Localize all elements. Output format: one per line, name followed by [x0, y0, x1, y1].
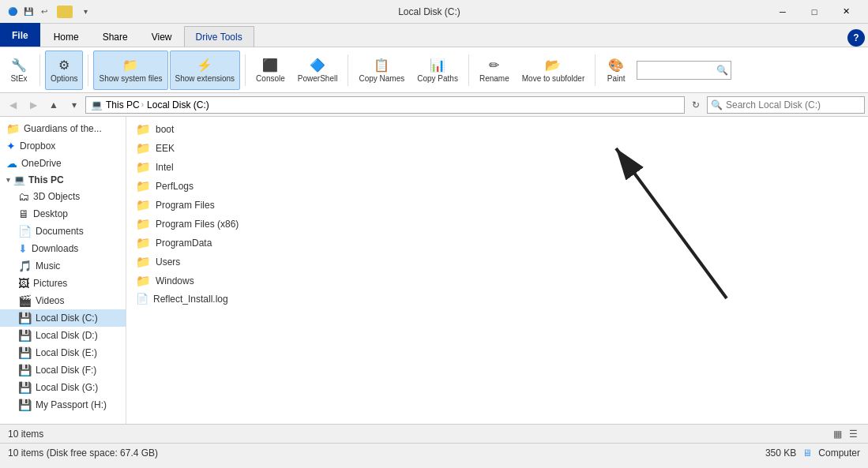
sidebar-item-onedrive[interactable]: ☁ OneDrive [0, 155, 126, 172]
sidebar-item-dropbox[interactable]: ✦ Dropbox [0, 137, 126, 155]
toolbar-divider-6 [595, 54, 596, 86]
sidebar-section-thispc[interactable]: ▾ 💻 This PC [0, 172, 126, 188]
undo-icon[interactable]: ↩ [38, 6, 51, 18]
file-item-programfiles-x86[interactable]: 📁 Program Files (x86) [126, 215, 868, 234]
file-name-perflogs: PerfLogs [156, 181, 194, 192]
sidebar-label-downloads: Downloads [32, 243, 78, 254]
sidebar-item-mypassport[interactable]: 💾 My Passport (H:) [0, 396, 126, 414]
file-item-intel[interactable]: 📁 Intel [126, 158, 868, 177]
maximize-button[interactable]: □ [798, 0, 830, 24]
3dobjects-icon: 🗂 [18, 190, 29, 203]
expand-arrow-thispc: ▾ [6, 176, 10, 184]
search-input[interactable] [726, 99, 861, 110]
back-button[interactable]: ◀ [3, 95, 22, 114]
save-icon[interactable]: 💾 [22, 6, 35, 18]
tab-share[interactable]: Share [91, 26, 140, 47]
file-item-eek[interactable]: 📁 EEK [126, 139, 868, 158]
rename-button[interactable]: ✏ Rename [474, 51, 515, 90]
close-button[interactable]: ✕ [830, 0, 862, 24]
view-details-button[interactable]: ▦ [830, 427, 844, 441]
sidebar-item-downloads[interactable]: ⬇ Downloads [0, 240, 126, 257]
file-item-perflogs[interactable]: 📁 PerfLogs [126, 177, 868, 196]
console-icon: ⬛ [262, 58, 278, 73]
dropdown-arrow-icon[interactable]: ▾ [79, 6, 92, 18]
copy-paths-button[interactable]: 📊 Copy Paths [411, 51, 464, 90]
sidebar-label-documents: Documents [36, 226, 84, 237]
sidebar-item-music[interactable]: 🎵 Music [0, 257, 126, 275]
forward-button[interactable]: ▶ [24, 95, 43, 114]
show-system-files-button[interactable]: 📁 Show system files [93, 51, 167, 90]
options-button[interactable]: ⚙ Options [45, 51, 83, 90]
file-item-users[interactable]: 📁 Users [126, 253, 868, 271]
show-system-icon: 📁 [122, 58, 138, 73]
sidebar-item-localdisk-f[interactable]: 💾 Local Disk (F:) [0, 361, 126, 379]
folder-icon-programdata: 📁 [136, 236, 151, 250]
file-name-reflect: Reflect_Install.log [153, 294, 228, 305]
console-button[interactable]: ⬛ Console [250, 51, 291, 90]
toolbar-search-icon: 🔍 [716, 65, 728, 76]
folder-icon-boot: 📁 [136, 122, 151, 137]
sidebar-item-3dobjects[interactable]: 🗂 3D Objects [0, 188, 126, 205]
sidebar-label-thispc: This PC [28, 174, 64, 185]
address-crumb-localdisk: Local Disk (C:) [147, 99, 209, 110]
file-item-windows[interactable]: 📁 Windows [126, 271, 868, 290]
powershell-button[interactable]: 🔷 PowerShell [292, 51, 344, 90]
sidebar-label-guardians: Guardians of the... [24, 123, 102, 134]
documents-icon: 📄 [18, 225, 32, 238]
file-item-programfiles[interactable]: 📁 Program Files [126, 196, 868, 215]
sidebar-item-videos[interactable]: 🎬 Videos [0, 292, 126, 309]
downloads-icon: ⬇ [18, 242, 28, 255]
sidebar-item-localdisk-d[interactable]: 💾 Local Disk (D:) [0, 327, 126, 344]
up-button[interactable]: ▲ [44, 95, 63, 114]
sidebar-item-localdisk-c[interactable]: 💾 Local Disk (C:) [0, 309, 126, 327]
rename-icon: ✏ [489, 58, 499, 73]
sidebar-label-onedrive: OneDrive [21, 158, 62, 169]
status-right-2: 350 KB 🖥 Computer [765, 447, 860, 459]
disk-info: 10 items (Disk free space: 67.4 GB) [8, 447, 158, 459]
file-item-reflect[interactable]: 📄 Reflect_Install.log [126, 290, 868, 307]
sidebar-item-pictures[interactable]: 🖼 Pictures [0, 275, 126, 292]
tab-manage[interactable]: Drive Tools [184, 26, 254, 47]
sidebar-label-videos: Videos [36, 295, 64, 306]
address-icon: 💻 [91, 99, 103, 110]
paint-button[interactable]: 🎨 Paint [600, 51, 632, 90]
tab-file[interactable]: File [0, 23, 40, 47]
address-crumb-thispc: This PC › [106, 99, 144, 110]
file-item-programdata[interactable]: 📁 ProgramData [126, 234, 868, 253]
search-box[interactable]: 🔍 [707, 96, 865, 114]
tab-home[interactable]: Home [42, 26, 91, 47]
sidebar: 📁 Guardians of the... ✦ Dropbox ☁ OneDri… [0, 117, 126, 424]
sidebar-item-guardians[interactable]: 📁 Guardians of the... [0, 120, 126, 137]
move-to-subfolder-button[interactable]: 📂 Move to subfolder [517, 51, 591, 90]
show-ext-icon: ⚡ [197, 58, 212, 73]
computer-label: Computer [818, 447, 860, 459]
file-item-boot[interactable]: 📁 boot [126, 120, 868, 139]
minimize-button[interactable]: ─ [767, 0, 798, 24]
toolbar-divider-3 [245, 54, 246, 86]
file-name-programfiles: Program Files [156, 200, 215, 211]
show-extensions-button[interactable]: ⚡ Show extensions [170, 51, 241, 90]
sidebar-item-desktop[interactable]: 🖥 Desktop [0, 205, 126, 223]
toolbar-divider-4 [348, 54, 348, 86]
sidebar-label-localdisk-c: Local Disk (C:) [36, 313, 98, 324]
sidebar-label-music: Music [36, 260, 60, 271]
folder-icon-guardians: 📁 [6, 122, 20, 135]
tab-view[interactable]: View [140, 26, 184, 47]
title-bar-icons: 🔵 💾 ↩ ▾ [6, 6, 92, 18]
sidebar-item-documents[interactable]: 📄 Documents [0, 223, 126, 240]
passport-icon: 💾 [18, 399, 32, 411]
address-box[interactable]: 💻 This PC › Local Disk (C:) [85, 96, 685, 114]
view-list-button[interactable]: ☰ [846, 427, 860, 441]
folder-icon-programfiles-x86: 📁 [136, 217, 151, 231]
refresh-button[interactable]: ↻ [686, 95, 705, 114]
toolbar-search-wrap: 🔍 [637, 61, 731, 80]
sidebar-item-localdisk-g[interactable]: 💾 Local Disk (G:) [0, 379, 126, 396]
copy-names-button[interactable]: 📋 Copy Names [353, 51, 410, 90]
help-button[interactable]: ? [847, 29, 865, 47]
toolbar-divider-1 [39, 54, 40, 86]
view-icons: ▦ ☰ [830, 427, 860, 441]
sidebar-item-localdisk-e[interactable]: 💾 Local Disk (E:) [0, 344, 126, 361]
stex-button[interactable]: 🔧 StEx [3, 51, 35, 90]
pictures-icon: 🖼 [18, 277, 29, 290]
recent-locations-button[interactable]: ▾ [65, 95, 84, 114]
